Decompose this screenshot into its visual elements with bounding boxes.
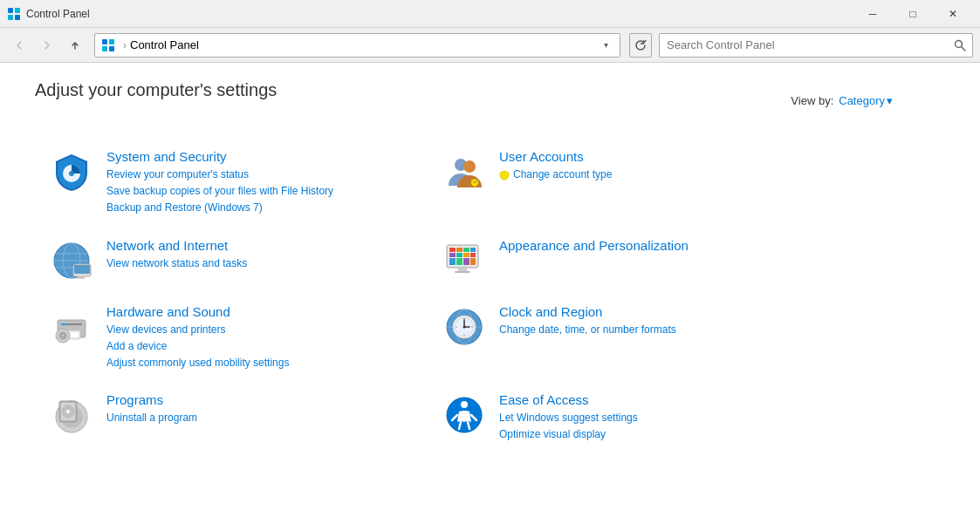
link-review-status[interactable]: Review your computer's status bbox=[106, 167, 414, 183]
up-button[interactable] bbox=[63, 33, 87, 58]
ease-of-access-icon bbox=[442, 392, 487, 438]
search-input[interactable] bbox=[660, 38, 948, 51]
svg-rect-33 bbox=[449, 258, 456, 265]
svg-rect-21 bbox=[78, 276, 83, 277]
user-accounts-icon bbox=[442, 149, 487, 194]
svg-rect-2 bbox=[8, 15, 13, 20]
view-by-dropdown[interactable]: Category ▾ bbox=[839, 94, 893, 107]
address-bar[interactable]: › Control Panel ▾ bbox=[94, 33, 620, 58]
category-clock-region: Clock and Region Change date, time, or n… bbox=[428, 294, 820, 383]
view-by-chevron: ▾ bbox=[887, 94, 893, 107]
main-content: Adjust your computer's settings View by:… bbox=[0, 63, 980, 517]
category-ease-of-access: Ease of Access Let Windows suggest setti… bbox=[428, 382, 820, 453]
nav-bar: › Control Panel ▾ bbox=[0, 28, 980, 63]
svg-point-55 bbox=[463, 325, 466, 328]
back-button[interactable] bbox=[7, 33, 31, 58]
svg-rect-25 bbox=[449, 248, 456, 252]
svg-point-67 bbox=[66, 410, 70, 413]
svg-rect-22 bbox=[76, 277, 85, 279]
link-network-status[interactable]: View network status and tasks bbox=[106, 255, 414, 272]
window-title: Control Panel bbox=[26, 8, 853, 20]
svg-rect-37 bbox=[458, 268, 467, 271]
address-text: Control Panel bbox=[130, 38, 597, 51]
link-change-account-type[interactable]: Change account type bbox=[513, 167, 612, 183]
category-hardware-sound: Hardware and Sound View devices and prin… bbox=[35, 294, 428, 383]
search-bar[interactable] bbox=[659, 33, 973, 58]
link-view-devices[interactable]: View devices and printers bbox=[106, 322, 414, 338]
category-system-security: System and Security Review your computer… bbox=[35, 139, 428, 228]
clock-region-icon bbox=[442, 304, 487, 350]
user-accounts-info: User Accounts Change account type bbox=[499, 149, 806, 183]
address-separator: › bbox=[123, 39, 127, 51]
svg-rect-1 bbox=[15, 8, 20, 13]
restore-button[interactable]: □ bbox=[893, 0, 933, 28]
svg-rect-6 bbox=[102, 46, 107, 51]
svg-line-9 bbox=[962, 46, 966, 51]
svg-point-47 bbox=[62, 335, 64, 337]
network-internet-title[interactable]: Network and Internet bbox=[106, 238, 414, 253]
hardware-sound-info: Hardware and Sound View devices and prin… bbox=[106, 304, 414, 372]
programs-info: Programs Uninstall a program bbox=[106, 392, 414, 426]
svg-rect-27 bbox=[463, 248, 469, 252]
close-button[interactable]: ✕ bbox=[933, 0, 973, 28]
address-dropdown-button[interactable]: ▾ bbox=[597, 34, 614, 57]
system-security-title[interactable]: System and Security bbox=[106, 149, 414, 164]
category-appearance: Appearance and Personalization bbox=[428, 228, 820, 294]
categories-grid: System and Security Review your computer… bbox=[35, 139, 820, 454]
forward-button[interactable] bbox=[35, 33, 59, 58]
svg-rect-32 bbox=[470, 253, 476, 257]
link-suggest-settings[interactable]: Let Windows suggest settings bbox=[499, 410, 806, 426]
clock-region-info: Clock and Region Change date, time, or n… bbox=[499, 304, 806, 338]
svg-rect-30 bbox=[456, 253, 463, 257]
user-accounts-title[interactable]: User Accounts bbox=[499, 149, 806, 164]
svg-rect-4 bbox=[102, 39, 107, 44]
hardware-sound-title[interactable]: Hardware and Sound bbox=[106, 304, 414, 319]
refresh-button[interactable] bbox=[629, 33, 652, 58]
svg-rect-3 bbox=[15, 15, 20, 20]
link-file-history[interactable]: Save backup copies of your files with Fi… bbox=[106, 183, 414, 200]
svg-rect-7 bbox=[109, 46, 114, 51]
programs-icon bbox=[49, 392, 94, 438]
app-icon bbox=[7, 7, 21, 21]
link-uninstall[interactable]: Uninstall a program bbox=[106, 410, 414, 426]
link-add-device[interactable]: Add a device bbox=[106, 338, 414, 355]
svg-rect-0 bbox=[8, 8, 13, 13]
svg-point-69 bbox=[461, 401, 468, 408]
search-button[interactable] bbox=[948, 34, 972, 57]
category-network-internet: Network and Internet View network status… bbox=[35, 228, 428, 294]
svg-rect-38 bbox=[455, 271, 470, 273]
link-backup-restore[interactable]: Backup and Restore (Windows 7) bbox=[106, 200, 414, 216]
category-programs: Programs Uninstall a program bbox=[35, 382, 428, 453]
shield-icon bbox=[499, 170, 510, 180]
svg-rect-28 bbox=[470, 248, 476, 252]
clock-region-title[interactable]: Clock and Region bbox=[499, 304, 806, 319]
link-visual-display[interactable]: Optimize visual display bbox=[499, 426, 806, 443]
system-security-info: System and Security Review your computer… bbox=[106, 149, 414, 217]
programs-title[interactable]: Programs bbox=[106, 392, 414, 407]
category-user-accounts: User Accounts Change account type bbox=[428, 139, 820, 228]
svg-rect-35 bbox=[463, 258, 469, 265]
svg-rect-34 bbox=[456, 258, 463, 265]
ease-of-access-info: Ease of Access Let Windows suggest setti… bbox=[499, 392, 806, 443]
svg-rect-29 bbox=[449, 253, 456, 257]
appearance-icon bbox=[442, 238, 487, 283]
view-by-value: Category bbox=[839, 94, 885, 107]
link-mobility-settings[interactable]: Adjust commonly used mobility settings bbox=[106, 355, 414, 371]
appearance-info: Appearance and Personalization bbox=[499, 238, 806, 255]
appearance-title[interactable]: Appearance and Personalization bbox=[499, 238, 806, 253]
svg-rect-26 bbox=[456, 248, 463, 252]
hardware-sound-icon bbox=[49, 304, 94, 350]
system-security-icon bbox=[49, 149, 94, 194]
window-controls: ─ □ ✕ bbox=[853, 0, 973, 28]
network-internet-icon bbox=[49, 238, 94, 283]
link-date-time[interactable]: Change date, time, or number formats bbox=[499, 322, 806, 338]
view-by-label: View by: bbox=[791, 94, 833, 107]
ease-of-access-title[interactable]: Ease of Access bbox=[499, 392, 806, 407]
minimize-button[interactable]: ─ bbox=[853, 0, 893, 28]
svg-rect-41 bbox=[61, 323, 68, 325]
svg-point-13 bbox=[463, 160, 476, 173]
page-heading: Adjust your computer's settings bbox=[35, 80, 277, 100]
svg-rect-5 bbox=[109, 39, 114, 44]
svg-rect-20 bbox=[74, 265, 90, 274]
title-bar: Control Panel ─ □ ✕ bbox=[0, 0, 980, 28]
